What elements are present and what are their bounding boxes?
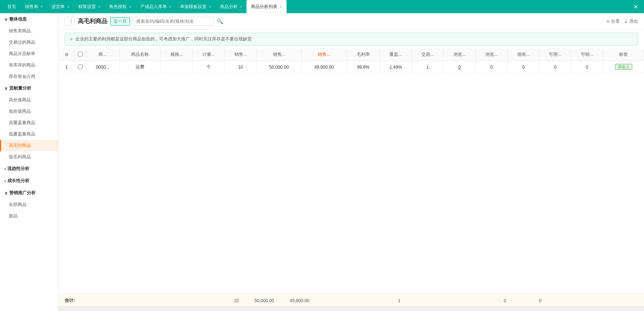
table-footer: 合计: 10 50,000.00 49,900.00 1 0 0 xyxy=(59,294,644,307)
sidebar-item-高价值商品[interactable]: 高价值商品 xyxy=(0,94,58,106)
cell-tag: 高收入 xyxy=(603,61,644,73)
footer-current-stock: 0 xyxy=(477,298,506,303)
cell-product-name: 运费 xyxy=(119,61,161,73)
sidebar-item-高覆盖量商品[interactable]: 高覆盖量商品 xyxy=(0,117,58,129)
nav-tab-商品分析[interactable]: 商品分析× xyxy=(216,0,247,13)
nav-tab-销售单[interactable]: 销售单× xyxy=(21,0,47,13)
row-checkbox[interactable] xyxy=(78,64,83,69)
nav-tab-首页[interactable]: 首页 xyxy=(3,0,21,13)
cell-usable-stock: 0 xyxy=(539,61,571,73)
tab-close-icon[interactable]: × xyxy=(98,4,100,9)
nav-tab-label: 商品分析列表 xyxy=(251,4,277,10)
sidebar-item-销售类商品[interactable]: 销售类商品 xyxy=(0,25,58,37)
cell-current-stock: 0 xyxy=(507,61,539,73)
sidebar-item-低价值商品[interactable]: 低价值商品 xyxy=(0,106,58,117)
window-close-button[interactable]: ✕ xyxy=(630,3,641,10)
search-icon[interactable]: 🔍 xyxy=(217,18,223,24)
nav-tab-进货单[interactable]: 进货单× xyxy=(47,0,73,13)
page-title: 高毛利商品 xyxy=(78,18,107,25)
chevron-icon: ∨ xyxy=(4,86,8,91)
footer-usable-stock: 0 xyxy=(512,298,542,303)
sidebar-group-title[interactable]: ›流趋性分析 xyxy=(0,163,58,175)
export-label: 导出 xyxy=(629,18,638,25)
sidebar-item-商品分贡献率[interactable]: 商品分贡献率 xyxy=(0,48,58,59)
sidebar-item-低毛利商品[interactable]: 低毛利商品 xyxy=(0,151,58,163)
nav-tab-单据模板设置[interactable]: 单据模板设置× xyxy=(176,0,215,13)
nav-tab-商品分析列表[interactable]: 商品分析列表× xyxy=(247,0,286,13)
export-icon: ⤓ xyxy=(624,19,628,24)
nav-tab-label: 角色授权 xyxy=(109,4,127,10)
cell-product-code: 0000... xyxy=(86,61,119,73)
col-usable-stock[interactable]: 可用... xyxy=(539,48,571,61)
sidebar-item-交易过的商品[interactable]: 交易过的商品 xyxy=(0,37,58,48)
chevron-icon: ∨ xyxy=(4,17,8,22)
col-saleable[interactable]: 可销... xyxy=(571,48,603,61)
sidebar-item-有库存的商品[interactable]: 有库存的商品 xyxy=(0,59,58,71)
cell-index: 1 xyxy=(59,61,75,73)
collapse-sidebar-button[interactable]: 《 xyxy=(65,17,75,26)
col-current-stock[interactable]: 现有... xyxy=(507,48,539,61)
tab-close-icon[interactable]: × xyxy=(209,4,211,9)
tab-close-icon[interactable]: × xyxy=(67,4,69,9)
chevron-icon: › xyxy=(4,166,6,171)
nav-tab-权限设置[interactable]: 权限设置× xyxy=(74,0,105,13)
filter-recent-month-button[interactable]: 近一月 xyxy=(110,17,130,26)
col-transaction[interactable]: 交易... xyxy=(412,48,444,61)
sidebar-item-库存资金占用[interactable]: 库存资金占用 xyxy=(0,71,58,82)
main-layout: ∨整体信息销售类商品交易过的商品商品分贡献率有库存的商品库存资金占用∨贡献量分析… xyxy=(0,13,644,311)
sidebar-group-title[interactable]: ∨整体信息 xyxy=(0,13,58,25)
cell-view2: 0 xyxy=(475,61,507,73)
cell-view1[interactable]: 0 xyxy=(444,61,476,73)
share-button[interactable]: ⎋ 分享 xyxy=(607,18,620,25)
col-unit[interactable]: 计量... xyxy=(193,48,225,61)
cell-coverage: 1.49% xyxy=(380,61,412,73)
col-view1[interactable]: 浏览... xyxy=(444,48,476,61)
content-header: 《 高毛利商品 近一月 🔍 ⎋ 分享 ⤓ 导出 xyxy=(59,13,644,30)
sidebar-group-成长性分析: ›成长性分析 xyxy=(0,175,58,187)
col-gross-margin[interactable]: 毛利率 xyxy=(346,48,379,61)
col-sales-cost[interactable]: 销售... xyxy=(302,48,347,61)
chevron-icon: › xyxy=(4,178,6,184)
settings-icon[interactable]: ⚙ xyxy=(65,52,69,57)
col-index: ⚙ xyxy=(59,48,75,61)
col-spec[interactable]: 规格... xyxy=(161,48,193,61)
content-area: 《 高毛利商品 近一月 🔍 ⎋ 分享 ⤓ 导出 ✧ 企业的主要的利润都是这部分商… xyxy=(59,13,644,311)
sidebar-item-低覆盖量商品[interactable]: 低覆盖量商品 xyxy=(0,129,58,140)
tab-close-icon[interactable]: × xyxy=(40,4,43,9)
cell-sales-cost: 49,900.00 xyxy=(302,61,347,73)
col-coverage[interactable]: 覆盖... xyxy=(380,48,412,61)
table-row: 1 0000... 运费 个 10 50,000.00 49,900.00 99… xyxy=(59,61,644,73)
nav-tab-角色授权[interactable]: 角色授权× xyxy=(105,0,136,13)
sidebar-group-title[interactable]: ∨营销推广分析 xyxy=(0,187,58,199)
select-all-checkbox[interactable] xyxy=(78,52,83,57)
horizontal-scrollbar[interactable] xyxy=(59,307,644,311)
info-text: 企业的主要的利润都是这部分商品创造的，可考虑加大推广，同时关注库存是不要出现缺货 xyxy=(75,36,252,42)
tab-close-icon[interactable]: × xyxy=(129,4,131,9)
cell-spec xyxy=(161,61,193,73)
sidebar-group-title[interactable]: ›成长性分析 xyxy=(0,175,58,187)
col-sales-amount[interactable]: 销售... xyxy=(256,48,302,61)
sidebar-item-高毛利商品[interactable]: 高毛利商品 xyxy=(0,140,58,151)
cell-checkbox[interactable] xyxy=(75,61,86,73)
col-tag[interactable]: 标签 xyxy=(603,48,644,61)
nav-tab-label: 销售单 xyxy=(25,4,38,10)
tab-close-icon[interactable]: × xyxy=(169,4,171,9)
col-product-code[interactable]: 商... xyxy=(86,48,119,61)
footer-sales-amount: 50,000.00 xyxy=(245,298,274,303)
col-sales-qty[interactable]: 销售... xyxy=(224,48,256,61)
sidebar-group-title[interactable]: ∨贡献量分析 xyxy=(0,82,58,94)
sidebar-item-新品[interactable]: 新品 xyxy=(0,210,58,222)
export-button[interactable]: ⤓ 导出 xyxy=(624,18,638,25)
footer-sales-qty: 10 xyxy=(209,298,239,303)
group-label: 整体信息 xyxy=(9,16,27,22)
search-input[interactable] xyxy=(133,17,214,26)
tab-close-icon[interactable]: × xyxy=(280,4,282,9)
col-product-name[interactable]: 商品名称 xyxy=(119,48,161,61)
nav-tab-label: 单据模板设置 xyxy=(180,4,206,10)
col-view2[interactable]: 浏览... xyxy=(475,48,507,61)
nav-tab-产成品入库单[interactable]: 产成品入库单× xyxy=(136,0,176,13)
footer-transaction: 1 xyxy=(371,298,400,303)
tab-close-icon[interactable]: × xyxy=(240,4,242,9)
nav-tab-label: 进货单 xyxy=(51,4,65,10)
sidebar-item-全部商品[interactable]: 全部商品 xyxy=(0,199,58,210)
